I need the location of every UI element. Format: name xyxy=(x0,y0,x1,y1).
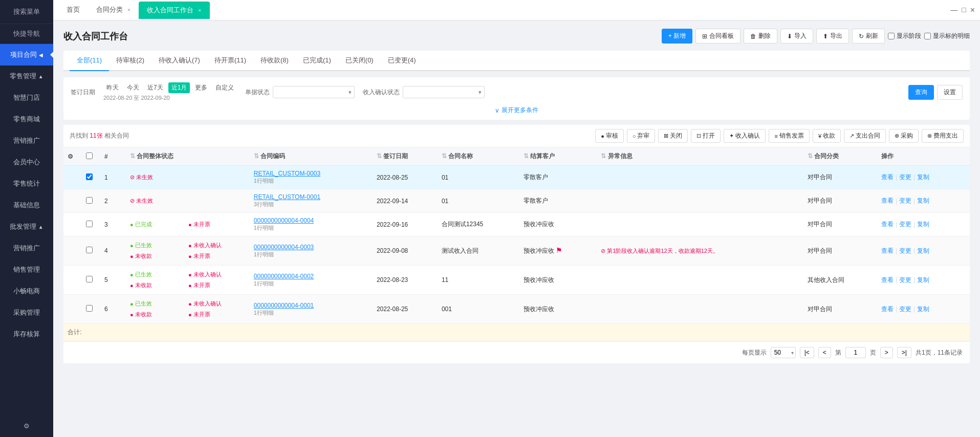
sub-tab-completed[interactable]: 已完成(1) xyxy=(296,51,338,71)
filter-date-today[interactable]: 今天 xyxy=(124,82,142,93)
import-button[interactable]: ⬇ 导入 xyxy=(780,29,813,43)
action-link-变更[interactable]: 变更 xyxy=(899,247,911,255)
action-link-查看[interactable]: 查看 xyxy=(881,276,894,285)
page-number-input[interactable] xyxy=(845,347,866,358)
close-tab-income-workbench[interactable]: × xyxy=(198,7,201,13)
filter-date-last1m[interactable]: 近1月 xyxy=(168,82,190,93)
sidebar-item-xiaowei[interactable]: 小畅电商 xyxy=(0,280,53,302)
action-link-查看[interactable]: 查看 xyxy=(881,196,894,205)
close-icon[interactable]: × xyxy=(970,6,975,15)
export-button[interactable]: ⬆ 导出 xyxy=(816,29,849,43)
sidebar-item-purchase[interactable]: 采购管理 xyxy=(0,302,53,323)
contract-code-link[interactable]: 0000000000004-0001 xyxy=(254,302,314,309)
row-checkbox[interactable] xyxy=(86,173,93,180)
action-link-变更[interactable]: 变更 xyxy=(899,276,911,285)
sidebar-item-wholesale[interactable]: 批发管理 ▲ xyxy=(0,216,53,237)
prev-page-btn[interactable]: < xyxy=(818,347,831,358)
sidebar-item-marketing[interactable]: 营销推广 xyxy=(0,130,53,151)
action-link-查看[interactable]: 查看 xyxy=(881,173,894,182)
sidebar-item-stock[interactable]: 库存核算 xyxy=(0,323,53,345)
filter-date-last7[interactable]: 近7天 xyxy=(144,82,166,93)
action-invoice[interactable]: ≡ 销售发票 xyxy=(769,129,809,143)
action-link-复制[interactable]: 复制 xyxy=(917,196,929,205)
action-review[interactable]: ● 审核 xyxy=(595,129,624,143)
add-button[interactable]: + 新增 xyxy=(662,29,692,43)
sidebar-search[interactable]: 搜索菜单 xyxy=(0,0,53,24)
contract-code-link[interactable]: RETAIL_CUSTOM-0003 xyxy=(254,170,320,177)
row-checkbox[interactable] xyxy=(86,247,93,253)
row-checkbox[interactable] xyxy=(86,276,93,282)
close-tab-contract-type[interactable]: × xyxy=(127,7,130,13)
col-setting[interactable]: ⚙ xyxy=(63,147,82,166)
contract-code-link[interactable]: 0000000000004-0004 xyxy=(254,217,314,224)
action-link-变更[interactable]: 变更 xyxy=(899,173,911,182)
action-link-复制[interactable]: 复制 xyxy=(917,173,929,182)
sub-tab-closed[interactable]: 已关闭(0) xyxy=(338,51,381,71)
action-link-变更[interactable]: 变更 xyxy=(899,196,911,205)
filter-doc-status-select[interactable] xyxy=(273,86,355,98)
query-button[interactable]: 查询 xyxy=(908,85,934,100)
action-link-查看[interactable]: 查看 xyxy=(881,220,894,229)
expand-more-btn[interactable]: ∨ 展开更多条件 xyxy=(495,106,538,115)
select-all-checkbox[interactable] xyxy=(86,152,93,159)
next-page-btn[interactable]: > xyxy=(880,347,893,358)
filter-date-custom[interactable]: 自定义 xyxy=(212,82,237,93)
tab-contract-type[interactable]: 合同分类 × xyxy=(88,1,139,19)
action-abandon[interactable]: ○ 弃审 xyxy=(627,129,656,143)
row-checkbox[interactable] xyxy=(86,305,93,312)
maximize-icon[interactable]: □ xyxy=(962,6,966,15)
action-expense[interactable]: ⊗ 费用支出 xyxy=(922,129,964,143)
action-link-复制[interactable]: 复制 xyxy=(917,305,929,314)
contract-code-link[interactable]: RETAIL_CUSTOM-0001 xyxy=(254,193,320,201)
sub-tab-changed[interactable]: 已变更(4) xyxy=(381,51,423,71)
action-link-复制[interactable]: 复制 xyxy=(917,220,929,229)
action-receipt[interactable]: ¥ 收款 xyxy=(813,129,841,143)
action-link-变更[interactable]: 变更 xyxy=(899,220,911,229)
sub-tab-pending-receipt[interactable]: 待收款(8) xyxy=(253,51,296,71)
sidebar-item-mkt2[interactable]: 营销推广 xyxy=(0,237,53,259)
per-page-select[interactable]: 10 20 50 100 xyxy=(771,347,796,358)
sub-tab-all[interactable]: 全部(11) xyxy=(70,51,109,71)
row-checkbox[interactable] xyxy=(86,197,93,204)
action-purchase[interactable]: ⊕ 采购 xyxy=(889,129,919,143)
refresh-button[interactable]: ↻ 刷新 xyxy=(852,29,885,43)
sidebar-item-retail[interactable]: 零售管理 ▲ xyxy=(0,65,53,87)
sidebar-item-stats[interactable]: 零售统计 xyxy=(0,173,53,194)
sub-tab-pending-confirm[interactable]: 待收入确认(7) xyxy=(151,51,207,71)
row-checkbox[interactable] xyxy=(86,221,93,227)
filter-date-yesterday[interactable]: 昨天 xyxy=(103,82,122,93)
sidebar-item-member[interactable]: 会员中心 xyxy=(0,151,53,173)
action-out-contract[interactable]: ↗ 支出合同 xyxy=(844,129,886,143)
sub-tab-pending-invoice[interactable]: 待开票(11) xyxy=(207,51,253,71)
sidebar-item-baseinfo[interactable]: 基础信息 xyxy=(0,194,53,216)
settings-button[interactable]: 设置 xyxy=(937,85,963,100)
sidebar-item-smartstore[interactable]: 智慧门店 xyxy=(0,87,53,108)
action-link-查看[interactable]: 查看 xyxy=(881,305,894,314)
action-link-变更[interactable]: 变更 xyxy=(899,305,911,314)
show-stages-checkbox[interactable] xyxy=(888,33,895,39)
filter-date-more[interactable]: 更多 xyxy=(192,82,210,93)
action-open[interactable]: ⊡ 打开 xyxy=(691,129,721,143)
tab-income-workbench[interactable]: 收入合同工作台 × xyxy=(139,2,209,19)
delete-button[interactable]: 🗑 删除 xyxy=(744,29,777,43)
show-stages-checkbox-label[interactable]: 显示阶段 xyxy=(888,32,921,40)
sidebar-settings-icon[interactable]: ⚙ xyxy=(0,415,53,437)
contract-code-link[interactable]: 0000000000004-0002 xyxy=(254,273,314,280)
sub-tab-pending-review[interactable]: 待审核(2) xyxy=(109,51,151,71)
action-income-confirm[interactable]: ✦ 收入确认 xyxy=(724,129,766,143)
panel-button[interactable]: ⊞ 合同看板 xyxy=(695,29,741,43)
sidebar-quicknav[interactable]: 快捷导航 xyxy=(0,24,53,44)
action-close[interactable]: ⊠ 关闭 xyxy=(658,129,688,143)
contract-code-link[interactable]: 0000000000004-0003 xyxy=(254,244,314,251)
show-details-checkbox-label[interactable]: 显示标的明细 xyxy=(924,32,970,40)
action-link-查看[interactable]: 查看 xyxy=(881,247,894,255)
sidebar-item-project[interactable]: 项目合同 ◀ xyxy=(0,44,53,65)
action-link-复制[interactable]: 复制 xyxy=(917,276,929,285)
action-link-复制[interactable]: 复制 xyxy=(917,247,929,255)
sidebar-item-sales[interactable]: 销售管理 xyxy=(0,259,53,280)
first-page-btn[interactable]: |< xyxy=(800,347,814,358)
minimize-icon[interactable]: — xyxy=(950,6,957,15)
tab-home[interactable]: 首页 xyxy=(58,1,88,19)
filter-income-confirm-select[interactable] xyxy=(403,86,485,98)
sidebar-item-ecommerce[interactable]: 零售商城 xyxy=(0,108,53,130)
